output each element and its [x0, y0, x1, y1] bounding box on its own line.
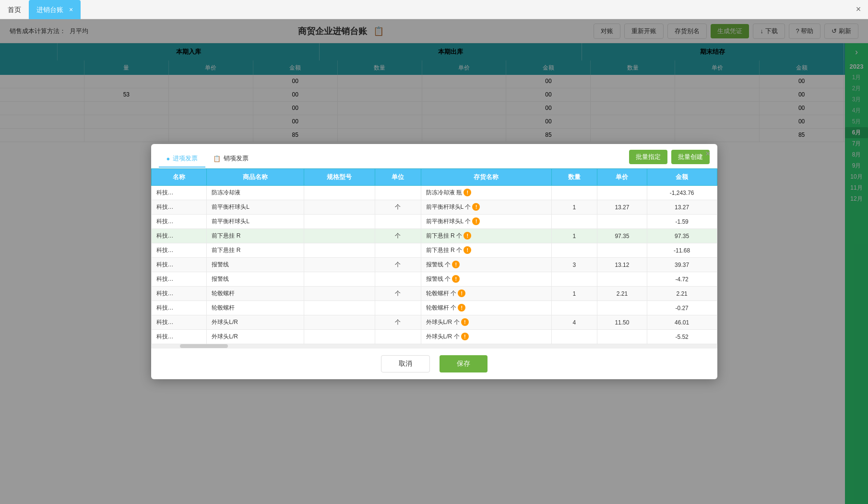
table-row: 科技… 防冻冷却液 防冻冷却液 瓶 ! -1,243.76 — [151, 186, 717, 200]
cell-amount: -11.68 — [647, 243, 717, 258]
warning-icon: ! — [458, 304, 465, 312]
warning-icon: ! — [464, 232, 471, 240]
col-unit: 单位 — [375, 169, 421, 186]
cell-qty: 3 — [551, 258, 597, 272]
cell-product-name: 轮毂螺杆 — [207, 287, 304, 301]
cell-unit: 个 — [375, 200, 421, 215]
cell-spec — [304, 330, 375, 344]
warning-icon: ! — [472, 203, 480, 211]
modal-header: ● 进项发票 📋 销项发票 批量指定 批量创建 × — [151, 144, 717, 168]
cell-name: 科技… — [151, 287, 207, 301]
modal-scrollbar[interactable] — [151, 344, 717, 348]
batch-create-button[interactable]: 批量创建 — [671, 150, 710, 164]
tab-close-icon[interactable]: × — [69, 6, 73, 13]
modal-table-body: 科技… 防冻冷却液 防冻冷却液 瓶 ! -1,243.76 科技… 前平衡杆球头… — [151, 186, 717, 344]
cell-qty: 1 — [551, 287, 597, 301]
tab-purchase-invoice[interactable]: ● 进项发票 — [159, 150, 206, 168]
cell-unit — [375, 243, 421, 258]
cell-inventory-name: 报警线 个 ! — [421, 272, 551, 287]
col-unit-price: 单价 — [597, 169, 647, 186]
cell-qty — [551, 215, 597, 229]
cancel-button[interactable]: 取消 — [381, 355, 430, 372]
cell-spec — [304, 258, 375, 272]
cell-spec — [304, 287, 375, 301]
table-row: 科技… 外球头L/R 外球头L/R 个 ! -5.52 — [151, 330, 717, 344]
cell-unit-price — [597, 215, 647, 229]
table-row: 科技… 前下悬挂 R 个 前下悬挂 R 个 ! 1 97.35 97.35 — [151, 229, 717, 243]
cell-name: 科技… — [151, 301, 207, 315]
tab-sales-invoice[interactable]: 📋 销项发票 — [205, 150, 256, 168]
col-product-name: 商品名称 — [207, 169, 304, 186]
sales-invoice-icon: 📋 — [213, 155, 221, 162]
cell-amount: 46.01 — [647, 315, 717, 330]
col-amount: 金额 — [647, 169, 717, 186]
cell-qty — [551, 243, 597, 258]
cell-unit-price: 11.50 — [597, 315, 647, 330]
cell-spec — [304, 186, 375, 200]
cell-inventory-name: 防冻冷却液 瓶 ! — [421, 186, 551, 200]
cell-unit — [375, 186, 421, 200]
table-row: 科技… 前平衡杆球头L 个 前平衡杆球头L 个 ! 1 13.27 13.27 — [151, 200, 717, 215]
warning-icon: ! — [452, 275, 460, 283]
modal-table: 名称 商品名称 规格型号 单位 存货名称 数量 单价 金额 科技… 防冻冷却液 — [151, 168, 717, 344]
active-tab[interactable]: 进销台账 × — [29, 0, 81, 19]
col-name: 名称 — [151, 169, 207, 186]
warning-icon: ! — [458, 289, 465, 297]
cell-unit-price — [597, 186, 647, 200]
cell-amount: -1,243.76 — [647, 186, 717, 200]
cell-inventory-name: 报警线 个 ! — [421, 258, 551, 272]
cell-qty — [551, 330, 597, 344]
cell-amount: -1.59 — [647, 215, 717, 229]
cell-product-name: 前下悬挂 R — [207, 243, 304, 258]
warning-icon: ! — [461, 333, 469, 340]
cell-amount: -0.27 — [647, 301, 717, 315]
cell-product-name: 外球头L/R — [207, 315, 304, 330]
cell-unit-price — [597, 243, 647, 258]
col-qty: 数量 — [551, 169, 597, 186]
cell-name: 科技… — [151, 315, 207, 330]
cell-amount: 13.27 — [647, 200, 717, 215]
cell-amount: -5.52 — [647, 330, 717, 344]
cell-product-name: 前平衡杆球头L — [207, 200, 304, 215]
window-close-button[interactable]: × — [849, 0, 868, 19]
cell-spec — [304, 243, 375, 258]
cell-unit-price — [597, 330, 647, 344]
cell-spec — [304, 272, 375, 287]
cell-spec — [304, 200, 375, 215]
cell-inventory-name: 轮毂螺杆 个 ! — [421, 301, 551, 315]
batch-assign-button[interactable]: 批量指定 — [629, 150, 667, 164]
col-inventory-name: 存货名称 — [421, 169, 551, 186]
cell-product-name: 防冻冷却液 — [207, 186, 304, 200]
warning-icon: ! — [464, 246, 471, 254]
cell-spec — [304, 229, 375, 243]
table-row: 科技… 前下悬挂 R 前下悬挂 R 个 ! -11.68 — [151, 243, 717, 258]
cell-name: 科技… — [151, 215, 207, 229]
table-row: 科技… 轮毂螺杆 个 轮毂螺杆 个 ! 1 2.21 2.21 — [151, 287, 717, 301]
save-button[interactable]: 保存 — [440, 355, 488, 372]
table-row: 科技… 报警线 个 报警线 个 ! 3 13.12 39.37 — [151, 258, 717, 272]
cell-unit — [375, 330, 421, 344]
warning-icon: ! — [472, 217, 480, 225]
table-row: 科技… 外球头L/R 个 外球头L/R 个 ! 4 11.50 46.01 — [151, 315, 717, 330]
cell-unit — [375, 272, 421, 287]
table-row: 科技… 轮毂螺杆 轮毂螺杆 个 ! -0.27 — [151, 301, 717, 315]
cell-unit-price — [597, 272, 647, 287]
table-row: 科技… 前平衡杆球头L 前平衡杆球头L 个 ! -1.59 — [151, 215, 717, 229]
cell-name: 科技… — [151, 229, 207, 243]
cell-unit-price: 2.21 — [597, 287, 647, 301]
warning-icon: ! — [461, 318, 469, 326]
cell-qty: 1 — [551, 200, 597, 215]
modal-actions: 批量指定 批量创建 — [629, 150, 710, 168]
cell-spec — [304, 301, 375, 315]
modal-dialog: ● 进项发票 📋 销项发票 批量指定 批量创建 × 名 — [151, 144, 717, 379]
cell-spec — [304, 215, 375, 229]
cell-product-name: 前下悬挂 R — [207, 229, 304, 243]
home-tab[interactable]: 首页 — [0, 0, 29, 19]
cell-unit-price: 13.12 — [597, 258, 647, 272]
modal-close-button[interactable]: × — [705, 149, 711, 159]
cell-name: 科技… — [151, 272, 207, 287]
main-area: 销售成本计算方法： 月平均 商贸企业进销台账 📋 对账 重新开账 存货别名 生成… — [0, 19, 868, 504]
cell-inventory-name: 外球头L/R 个 ! — [421, 330, 551, 344]
cell-qty: 1 — [551, 229, 597, 243]
cell-product-name: 报警线 — [207, 272, 304, 287]
